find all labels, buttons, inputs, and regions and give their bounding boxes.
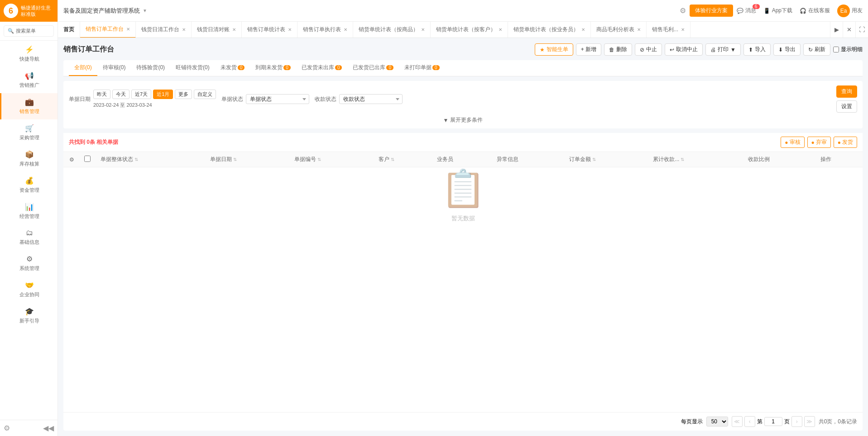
payment-select[interactable]: 收款状态 [339,94,403,104]
tab-sales-exec[interactable]: 销售订单执行表 ✕ [297,22,353,38]
show-detail-checkbox[interactable] [833,47,839,52]
sidebar-item-sales[interactable]: 💼 销售管理 [0,93,58,119]
industry-btn[interactable]: 体验行业方案 [690,5,733,17]
sub-tab-shipped-not-out[interactable]: 已发货未出库0 [296,60,348,76]
setting-button[interactable]: 设置 [836,100,857,113]
show-detail-label[interactable]: 显示明细 [833,46,863,53]
date-btn-7days[interactable]: 近7天 [131,90,151,99]
refresh-button[interactable]: ↻ 刷新 [803,43,830,56]
sidebar-item-guide[interactable]: 🎓 新手引导 [0,303,58,329]
app-download-item[interactable]: 📱 App下载 [763,7,792,14]
tab-sales-more[interactable]: 销售毛利... ✕ [647,22,691,38]
th-number[interactable]: 单据编号 ⇅ [290,152,374,167]
query-button[interactable]: 查询 [836,85,857,98]
sub-tab-all[interactable]: 全部(0) [69,60,97,76]
th-staff[interactable]: 业务员 [432,152,492,167]
th-sort-collected[interactable]: 累计收款... ⇅ [653,156,739,163]
tab-close-sales-by-product[interactable]: ✕ [421,27,425,32]
search-button[interactable]: 🔍 搜索菜单 [4,25,54,37]
tab-close-sales-workbench[interactable]: ✕ [126,27,130,32]
tabs-close-all-button[interactable]: ✕ [843,22,855,38]
sidebar-item-purchase[interactable]: 🛒 采购管理 [0,119,58,146]
sub-tab-shipped-out[interactable]: 已发货已出库0 [347,60,399,76]
sub-tab-not-shipped[interactable]: 未发货0 [215,60,250,76]
th-sort-date[interactable]: 单据日期 ⇅ [210,156,285,163]
tabs-fullscreen-button[interactable]: ⛶ [855,22,868,38]
th-amount[interactable]: 订单金额 ⇅ [565,152,649,167]
sidebar-item-marketing[interactable]: 📢 营销推广 [0,67,58,93]
tab-sales-by-product[interactable]: 销货单统计表（按商品） ✕ [353,22,431,38]
sidebar-settings-button[interactable]: ⚙ [4,424,10,432]
date-btn-today[interactable]: 今天 [112,90,129,99]
sidebar-item-quick-nav[interactable]: ⚡ 快捷导航 [0,41,58,67]
page-first-button[interactable]: ≪ [732,416,743,427]
tab-home[interactable]: 首页 [58,22,80,38]
tabs-prev-button[interactable]: ▶ [830,22,843,38]
th-sort-amount[interactable]: 订单金额 ⇅ [569,156,644,163]
sidebar-item-operation[interactable]: 📊 经营管理 [0,198,58,224]
sub-tab-expired-not-shipped[interactable]: 到期未发货0 [250,60,296,76]
tab-close-cash-daily[interactable]: ✕ [182,27,186,32]
sidebar-item-finance[interactable]: 💰 资金管理 [0,172,58,198]
tab-close-sales-by-customer[interactable]: ✕ [499,27,502,32]
date-btn-custom[interactable]: 自定义 [194,90,216,99]
tab-close-sales-by-staff[interactable]: ✕ [581,27,585,32]
table-scroll-area[interactable]: ⚙ 单据整体状态 ⇅ 单据日期 ⇅ [63,152,863,412]
sidebar-item-collab[interactable]: 🤝 企业协同 [0,276,58,303]
th-sort-number[interactable]: 单据编号 ⇅ [294,156,369,163]
date-btn-more[interactable]: 更多 [175,90,192,99]
delete-button[interactable]: 🗑 删除 [604,43,632,56]
th-sort-status[interactable]: 单据整体状态 ⇅ [101,156,201,163]
expand-filter-button[interactable]: ▼ 展开更多条件 [443,116,483,124]
gear-icon[interactable]: ⚙ [680,6,686,15]
status-select[interactable]: 单据状态 [246,94,309,104]
date-btn-1month[interactable]: 近1月 [153,90,173,99]
tab-gross-profit[interactable]: 商品毛利分析表 ✕ [591,22,647,38]
page-prev-button[interactable]: ‹ [744,416,755,427]
tab-sales-by-staff[interactable]: 销货单统计表（按业务员） ✕ [508,22,591,38]
user-item[interactable]: Ea 用友 [837,5,863,17]
export-button[interactable]: ⬇ 导出 [773,43,801,56]
import-button[interactable]: ⬆ 导入 [743,43,771,56]
tab-cash-daily[interactable]: 钱货日清工作台 ✕ [136,22,192,38]
sub-tab-pending-review[interactable]: 待审核(0) [97,60,131,76]
th-customer[interactable]: 客户 ⇅ [374,152,432,167]
smart-generate-button[interactable]: ★ 智能生单 [535,43,573,56]
th-status[interactable]: 单据整体状态 ⇅ [96,152,206,167]
tab-close-cash-reconcile[interactable]: ✕ [232,27,236,32]
th-sort-error[interactable]: 异常信息 [497,156,560,163]
review-button[interactable]: ● 审核 [781,137,804,148]
sidebar-item-inventory[interactable]: 📦 库存核算 [0,146,58,172]
th-setting[interactable]: ⚙ [63,152,80,167]
sub-tab-pending-inspect[interactable]: 待拣验货(0) [131,60,170,76]
th-date[interactable]: 单据日期 ⇅ [206,152,290,167]
th-check[interactable] [80,152,96,167]
tab-cash-reconcile[interactable]: 钱货日清对账 ✕ [192,22,242,38]
th-collected[interactable]: 累计收款... ⇅ [648,152,743,167]
tab-close-sales-more[interactable]: ✕ [681,27,685,32]
sidebar-item-base[interactable]: 🗂 基础信息 [0,224,58,250]
sidebar-collapse-button[interactable]: ◀◀ [43,424,54,432]
new-button[interactable]: + 新增 [576,43,601,56]
tab-close-gross-profit[interactable]: ✕ [637,27,641,32]
th-error[interactable]: 异常信息 [492,152,565,167]
th-sort-staff[interactable]: 业务员 [437,156,488,163]
page-next-button[interactable]: › [791,416,802,427]
ship-button[interactable]: ● 发货 [834,137,857,148]
abandon-button[interactable]: ● 弃审 [807,137,831,148]
tab-close-sales-exec[interactable]: ✕ [344,27,347,32]
tab-close-sales-stat[interactable]: ✕ [288,27,292,32]
message-item[interactable]: 💬 消息 6 [737,7,756,14]
stop-button[interactable]: ⊘ 中止 [635,43,662,56]
page-last-button[interactable]: ≫ [804,416,815,427]
tab-sales-stat[interactable]: 销售订单统计表 ✕ [242,22,297,38]
sidebar-item-system[interactable]: ⚙ 系统管理 [0,250,58,276]
sub-tab-not-printed[interactable]: 未打印单据0 [399,60,445,76]
th-sort-customer[interactable]: 客户 ⇅ [379,156,428,163]
cancel-stop-button[interactable]: ↩ 取消中止 [665,43,703,56]
page-input[interactable] [764,417,782,426]
date-btn-yesterday[interactable]: 昨天 [93,90,110,99]
tab-sales-workbench[interactable]: 销售订单工作台 ✕ [80,22,136,38]
per-page-select[interactable]: 50 [706,417,728,427]
tab-sales-by-customer[interactable]: 销货单统计表（按客户） ✕ [431,22,508,38]
